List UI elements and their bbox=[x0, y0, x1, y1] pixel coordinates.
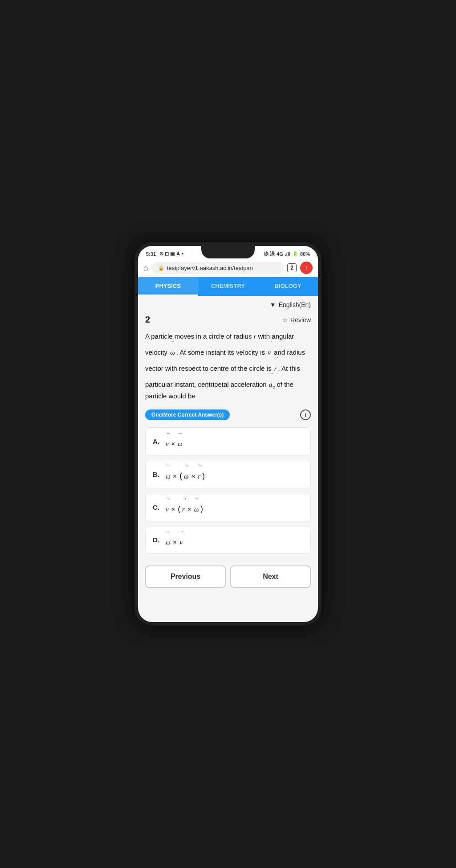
phone-frame: 5:31 ⊙ ◻ ▣ ♟ • 凃 湵 4G .ıll 🔋 80% ⌂ 🔒 tes… bbox=[134, 242, 322, 626]
status-left: 5:31 ⊙ ◻ ▣ ♟ • bbox=[146, 251, 183, 257]
tab-chemistry[interactable]: CHEMISTRY bbox=[198, 277, 258, 296]
subject-tabs: PHYSICS CHEMISTRY BIOLOGY bbox=[138, 277, 318, 296]
language-selector[interactable]: ▼ English(En) bbox=[270, 301, 311, 308]
option-b[interactable]: B. ω × ( ω × r ) bbox=[145, 460, 311, 488]
tab-physics[interactable]: PHYSICS bbox=[138, 277, 198, 296]
option-d-expr: ω × v bbox=[166, 533, 183, 546]
question-header: 2 ☆ Review bbox=[145, 315, 311, 325]
review-button[interactable]: ☆ Review bbox=[282, 316, 311, 323]
status-right: 凃 湵 4G .ıll 🔋 80% bbox=[264, 250, 310, 257]
answer-type-badge: One/More Correct Answer(s) bbox=[145, 409, 230, 420]
lock-icon: 🔒 bbox=[158, 265, 164, 271]
url-bar[interactable]: 🔒 testplayerv1.aakash.ac.in/testpan bbox=[152, 262, 284, 274]
option-a[interactable]: A. v × ω bbox=[145, 427, 311, 455]
answer-type-row: One/More Correct Answer(s) i bbox=[145, 409, 311, 420]
language-label: English(En) bbox=[279, 301, 311, 308]
option-a-expr: v × ω bbox=[166, 435, 183, 448]
previous-button[interactable]: Previous bbox=[145, 565, 226, 588]
option-list: A. v × ω B. ω × ( ω × r ) bbox=[145, 427, 311, 554]
option-a-label: A. bbox=[153, 438, 159, 445]
option-d[interactable]: D. ω × v bbox=[145, 526, 311, 554]
home-icon[interactable]: ⌂ bbox=[143, 263, 148, 273]
review-label: Review bbox=[290, 316, 311, 323]
battery-percent: 80% bbox=[300, 251, 310, 257]
tab-biology[interactable]: BIOLOGY bbox=[258, 277, 318, 296]
chevron-down-icon: ▼ bbox=[270, 301, 276, 308]
content-area: ▼ English(En) 2 ☆ Review A particle move… bbox=[138, 296, 318, 600]
option-c-label: C. bbox=[153, 504, 159, 511]
notch bbox=[201, 246, 255, 258]
signal-icon: 凃 湵 bbox=[264, 250, 275, 257]
option-c-expr: v × ( r × ω ) bbox=[166, 500, 203, 514]
option-d-label: D. bbox=[153, 536, 159, 544]
star-icon: ☆ bbox=[282, 316, 288, 323]
status-icons: ⊙ ◻ ▣ ♟ • bbox=[159, 251, 183, 257]
tab-count-badge[interactable]: 2 bbox=[287, 263, 297, 272]
network-type: 4G bbox=[277, 251, 283, 257]
time: 5:31 bbox=[146, 251, 156, 257]
info-icon[interactable]: i bbox=[300, 409, 311, 420]
signal-bars: .ıll bbox=[285, 251, 290, 257]
nav-buttons: Previous Next bbox=[145, 561, 311, 595]
option-c[interactable]: C. v × ( r × ω ) bbox=[145, 493, 311, 521]
battery-icon: 🔋 bbox=[292, 251, 298, 257]
question-text: A particle moves in a circle of radius r… bbox=[145, 331, 311, 401]
browser-bar: ⌂ 🔒 testplayerv1.aakash.ac.in/testpan 2 … bbox=[138, 259, 318, 277]
option-b-expr: ω × ( ω × r ) bbox=[166, 467, 205, 481]
next-button[interactable]: Next bbox=[230, 565, 311, 588]
language-row: ▼ English(En) bbox=[145, 301, 311, 308]
question-number: 2 bbox=[145, 315, 150, 325]
upload-icon[interactable]: ↑ bbox=[300, 262, 313, 274]
url-text: testplayerv1.aakash.ac.in/testpan bbox=[167, 265, 253, 271]
option-b-label: B. bbox=[153, 471, 159, 478]
